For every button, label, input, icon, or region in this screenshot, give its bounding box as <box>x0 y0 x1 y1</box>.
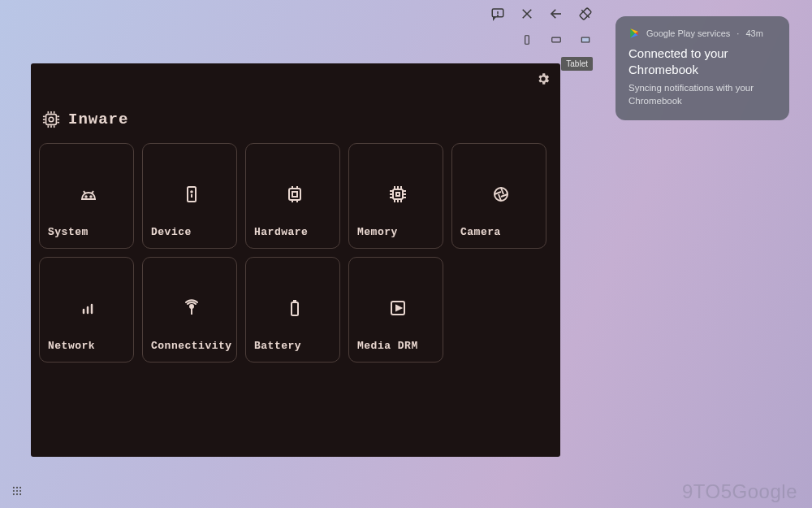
close-icon[interactable] <box>520 7 534 21</box>
app-name: Inware <box>68 111 128 128</box>
camera-icon <box>491 185 511 204</box>
svg-point-73 <box>13 493 15 495</box>
svg-point-28 <box>85 196 87 198</box>
notification-age: 43m <box>745 28 762 38</box>
svg-marker-62 <box>396 306 401 310</box>
tile-network[interactable]: Network <box>39 257 134 363</box>
notification-body: Syncing notifications with your Chromebo… <box>628 82 776 107</box>
watermark: 9TO5Google <box>682 480 797 503</box>
svg-point-67 <box>13 487 15 488</box>
android-icon <box>79 185 98 204</box>
svg-rect-34 <box>292 192 297 197</box>
svg-point-2 <box>498 15 499 16</box>
tile-label: Memory <box>357 226 398 238</box>
app-launcher-icon[interactable] <box>11 485 23 497</box>
back-arrow-icon[interactable] <box>549 7 564 21</box>
tile-device[interactable]: Device <box>142 143 237 249</box>
media-drm-icon <box>388 298 408 318</box>
tile-camera[interactable]: Camera <box>451 143 546 249</box>
notification-header: Google Play services · 43m <box>628 28 776 39</box>
app-window: Inware System Device Hardware Memory <box>31 63 560 457</box>
app-title: Inware <box>42 111 552 128</box>
tile-label: Device <box>151 226 192 238</box>
tile-label: Camera <box>460 226 501 238</box>
rotate-icon[interactable] <box>578 7 593 21</box>
svg-point-29 <box>90 196 92 198</box>
svg-rect-39 <box>393 189 403 199</box>
notification-title: Connected to your Chromebook <box>628 46 776 77</box>
svg-point-69 <box>19 487 21 488</box>
svg-rect-12 <box>46 115 57 125</box>
svg-point-72 <box>19 490 21 492</box>
tile-label: Media DRM <box>357 340 418 352</box>
tile-label: Connectivity <box>151 340 232 352</box>
window-controls <box>490 7 593 21</box>
tile-label: Battery <box>254 340 301 352</box>
hardware-icon <box>285 185 304 204</box>
tile-connectivity[interactable]: Connectivity <box>142 257 237 363</box>
svg-rect-40 <box>396 193 400 196</box>
phone-frame-icon[interactable] <box>520 34 534 46</box>
svg-line-7 <box>581 10 590 18</box>
network-icon <box>79 298 98 318</box>
svg-point-13 <box>49 117 54 122</box>
svg-point-75 <box>19 493 21 495</box>
tile-battery[interactable]: Battery <box>245 257 340 363</box>
tile-hardware[interactable]: Hardware <box>245 143 340 249</box>
svg-point-70 <box>13 490 15 492</box>
battery-icon <box>285 298 304 318</box>
settings-icon[interactable] <box>536 72 551 86</box>
landscape-frame-icon[interactable] <box>549 34 564 46</box>
tiles-grid: System Device Hardware Memory Camera <box>39 143 552 363</box>
svg-point-68 <box>16 487 18 488</box>
svg-rect-11 <box>582 38 589 42</box>
svg-line-27 <box>92 191 93 193</box>
google-play-icon <box>628 28 640 39</box>
svg-point-71 <box>16 490 18 492</box>
svg-rect-9 <box>552 37 561 42</box>
memory-icon <box>388 185 408 204</box>
tile-label: System <box>48 226 89 238</box>
tile-system[interactable]: System <box>39 143 134 249</box>
tile-memory[interactable]: Memory <box>348 143 443 249</box>
tile-label: Hardware <box>254 226 308 238</box>
svg-point-74 <box>16 493 18 495</box>
tablet-frame-icon[interactable] <box>578 34 593 46</box>
connectivity-icon <box>182 298 201 318</box>
device-icon <box>182 185 201 204</box>
tooltip: Tablet <box>561 57 593 71</box>
device-frame-toggle <box>520 34 593 46</box>
svg-rect-33 <box>289 189 300 200</box>
tile-mediadrm[interactable]: Media DRM <box>348 257 443 363</box>
notification-source: Google Play services <box>646 28 730 38</box>
notification-card[interactable]: Google Play services · 43m Connected to … <box>615 16 789 120</box>
svg-rect-59 <box>292 302 298 315</box>
feedback-icon[interactable] <box>490 7 505 21</box>
tile-label: Network <box>48 340 95 352</box>
app-logo-icon <box>42 111 60 128</box>
svg-point-57 <box>190 305 193 308</box>
svg-rect-8 <box>525 36 529 45</box>
svg-line-26 <box>84 191 85 193</box>
svg-point-31 <box>191 191 192 193</box>
